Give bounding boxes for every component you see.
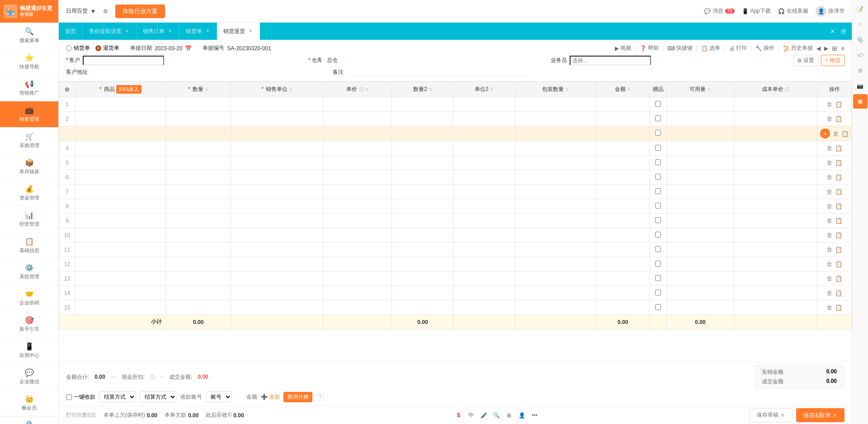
row-7-gift[interactable] [650,185,666,199]
row-7-quantity[interactable] [166,185,231,199]
gift-checkbox-3[interactable] [655,130,661,136]
row-13-quantity[interactable] [166,272,231,286]
row-2-unit2[interactable] [453,112,515,126]
tab-sales-return-close[interactable]: ✕ [248,29,253,33]
row-11-qty2[interactable] [392,243,453,257]
row-15-product[interactable] [75,300,166,315]
sidebar-item-sales[interactable]: 💼 销售管理 [0,101,58,128]
row-8-qty2[interactable] [392,199,453,214]
copy-row-12[interactable]: 📋 [835,261,842,267]
delete-row-9[interactable]: 🗑 [826,217,832,224]
gift-checkbox-7[interactable] [655,188,661,194]
row-8-gift[interactable] [650,199,666,214]
sidebar-item-wechat[interactable]: 💬 企业微信 [0,364,58,390]
row-4-amount[interactable] [596,141,650,156]
radio-sales[interactable]: 销货单 [66,44,90,52]
delete-row-2[interactable]: 🗑 [826,115,832,122]
row-5-pack-qty[interactable] [515,156,596,170]
sidebar-settings[interactable]: ⚙️ [0,416,58,424]
row-10-gift[interactable] [650,228,666,243]
copy-row-10[interactable]: 📋 [835,232,842,238]
row-9-pack-qty[interactable] [515,214,596,228]
row-5-unit2[interactable] [453,156,515,170]
close-all-tabs-btn[interactable]: ✕ [828,27,837,36]
row-9-cost-price[interactable] [734,214,817,228]
gift-checkbox-5[interactable] [655,159,661,165]
row-5-amount[interactable] [596,156,650,170]
row-4-gift[interactable] [650,141,666,156]
delete-row-14[interactable]: 🗑 [826,290,832,296]
row-4-quantity[interactable] [166,141,231,156]
copy-row-5[interactable]: 📋 [835,159,842,166]
row-3-amount[interactable] [596,126,650,141]
radio-return-input[interactable] [95,45,101,51]
sidebar-item-enterprise[interactable]: 🤝 企业协同 [0,285,58,311]
row-9-qty2[interactable] [392,214,453,228]
delete-row-4[interactable]: 🗑 [826,145,832,152]
footer-icon-more[interactable]: ••• [529,410,540,421]
row-10-quantity[interactable] [166,228,231,243]
row-14-available[interactable] [666,286,734,300]
right-icon-2[interactable]: ☆ [853,17,868,32]
row-14-unit2[interactable] [453,286,515,300]
row-3-unit2[interactable] [453,126,515,141]
row-14-product[interactable] [75,286,166,300]
footer-icon-search2[interactable]: 🔍 [491,410,502,421]
row-3-available[interactable] [666,126,734,141]
row-12-pack-qty[interactable] [515,257,596,272]
user-avatar[interactable]: 👤 徐泽华 [816,6,844,17]
row-6-qty2[interactable] [392,170,453,185]
row-10-sales-unit[interactable] [231,228,323,243]
delete-row-11[interactable]: 🗑 [826,246,832,253]
row-14-sales-unit[interactable] [231,286,323,300]
gift-checkbox-1[interactable] [655,101,661,107]
row-3-gift[interactable] [650,126,666,141]
row-11-product[interactable] [75,243,166,257]
right-icon-3[interactable]: 📎 [853,33,868,47]
prev-record-btn[interactable]: ◀ [816,45,821,52]
next-record-btn[interactable]: ▶ [824,45,828,52]
row-15-sales-unit[interactable] [231,300,323,315]
help-btn[interactable]: ❓ 帮助 [640,44,659,52]
right-icon-6[interactable]: 📷 [853,79,868,93]
salesperson-dotted[interactable]: ··· [654,58,657,63]
copy-row-15[interactable]: 📋 [835,304,842,311]
row-2-cost-price[interactable] [734,112,817,126]
copy-row-9[interactable]: 📋 [835,217,842,224]
row-11-unit2[interactable] [453,243,515,257]
radio-sales-input[interactable] [66,45,72,51]
delete-row-1[interactable]: 🗑 [826,101,832,108]
row-1-pack-qty[interactable] [515,97,596,112]
row-6-sales-unit[interactable] [231,170,323,185]
app-download-btn[interactable]: 📱 App下载 [742,7,771,15]
row-1-available[interactable] [666,97,734,112]
sidebar-item-purchase[interactable]: 🛒 采购管理 [0,128,58,154]
col-costprice-info[interactable]: ⓘ [785,87,789,92]
row-7-available[interactable] [666,185,734,199]
salesperson-input[interactable] [570,56,651,65]
row-2-unit-price[interactable] [323,112,392,126]
row-12-cost-price[interactable] [734,257,817,272]
row-14-pack-qty[interactable] [515,286,596,300]
row-6-gift[interactable] [650,170,666,185]
row-8-product[interactable] [75,199,166,214]
row-8-available[interactable] [666,199,734,214]
row-7-product[interactable] [75,185,166,199]
row-12-quantity[interactable] [166,257,231,272]
row-6-cost-price[interactable] [734,170,817,185]
col-salesunit-sort[interactable]: ⇅ [289,87,292,92]
row-12-amount[interactable] [596,257,650,272]
row-2-sales-unit[interactable] [231,112,323,126]
row-8-unit-price[interactable] [323,199,392,214]
sidebar-item-appcenter[interactable]: 📱 应用中心 [0,338,58,364]
row-5-cost-price[interactable] [734,156,817,170]
sidebar-item-shortcut[interactable]: ⭐ 快捷导航 [0,49,58,75]
row-3-unit-price[interactable] [323,126,392,141]
print-btn[interactable]: 🖨 打印 [729,44,747,52]
copy-row-14[interactable]: 📋 [835,290,842,296]
row-8-pack-qty[interactable] [515,199,596,214]
gift-checkbox-9[interactable] [655,217,661,223]
delete-row-12[interactable]: 🗑 [826,261,832,267]
row-10-amount[interactable] [596,228,650,243]
row-11-unit-price[interactable] [323,243,392,257]
